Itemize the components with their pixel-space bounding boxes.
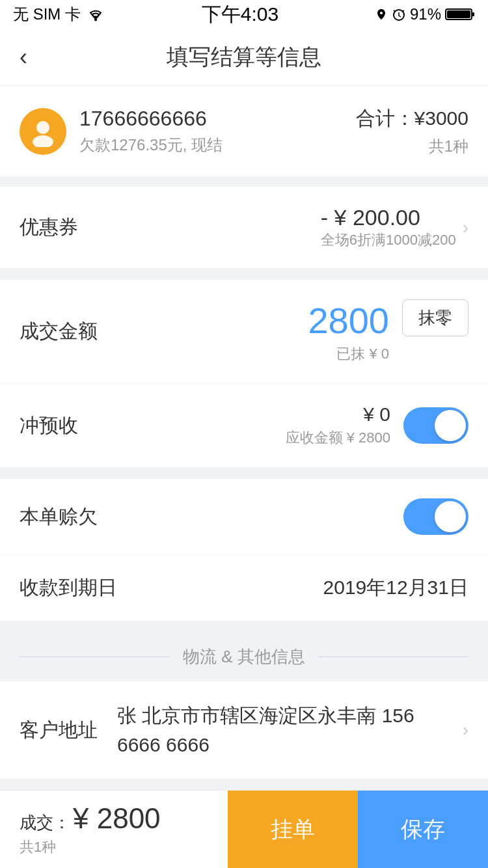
wifi-icon [86,7,105,21]
deal-amount-sub: 已抹 ¥ 0 [308,344,389,364]
due-date-label: 收款到期日 [20,575,117,601]
user-count: 共1种 [356,136,468,157]
debt-right [403,498,468,535]
coupon-amount: - ¥ 200.00 [321,205,456,230]
content-area: 17666666666 欠款1276.35元, 现结 合计：¥3000 共1种 … [0,86,488,868]
due-date-row: 收款到期日 2019年12月31日 [0,555,488,621]
hang-button[interactable]: 挂单 [228,791,358,869]
form-section-deal: 成交金额 2800 已抹 ¥ 0 抹零 冲预收 ¥ 0 应收金额 ¥ 2800 [0,280,488,467]
page-title: 填写结算等信息 [167,42,321,72]
location-icon [375,8,388,21]
alarm-icon [392,7,406,21]
status-left: 无 SIM 卡 [13,4,105,25]
logistics-text: 物流 & 其他信息 [183,645,305,668]
user-info: 17666666666 欠款1276.35元, 现结 [79,107,223,156]
logistics-divider: 物流 & 其他信息 [0,632,488,681]
divider-line-right [318,657,468,657]
section-divider-1 [0,269,488,280]
prepayment-label: 冲预收 [20,413,78,439]
form-section-debt: 本单赊欠 收款到期日 2019年12月31日 [0,479,488,621]
coupon-desc: 全场6折满1000减200 [321,230,456,250]
svg-rect-3 [472,12,474,16]
coupon-right: - ¥ 200.00 全场6折满1000减200 › [321,205,468,250]
bottom-amount: ¥ 2800 [73,802,161,835]
sim-status: 无 SIM 卡 [13,4,81,25]
battery-text: 91% [410,5,441,23]
user-debt: 欠款1276.35元, 现结 [79,135,223,156]
deal-amount-row: 成交金额 2800 已抹 ¥ 0 抹零 [0,280,488,384]
svg-point-0 [94,19,97,21]
debt-toggle[interactable] [403,498,468,535]
prepayment-amount: ¥ 0 [286,403,390,426]
nav-bar: ‹ 填写结算等信息 [0,29,488,86]
bottom-bar: 成交： ¥ 2800 共1种 挂单 保存 [0,790,488,868]
deal-amount-right: 2800 已抹 ¥ 0 抹零 [308,299,468,364]
prepayment-amount-block: ¥ 0 应收金额 ¥ 2800 [286,403,390,448]
prepayment-row: 冲预收 ¥ 0 应收金额 ¥ 2800 [0,384,488,467]
user-card: 17666666666 欠款1276.35元, 现结 合计：¥3000 共1种 [0,86,488,176]
deal-amount-label: 成交金额 [20,318,98,345]
save-button[interactable]: 保存 [358,791,488,869]
battery-icon [445,7,475,21]
user-total: 合计：¥3000 [356,105,468,132]
coupon-label: 优惠券 [20,214,78,241]
back-button[interactable]: ‹ [20,44,27,71]
svg-point-5 [36,121,49,134]
svg-point-6 [33,135,53,147]
coupon-arrow-icon: › [463,217,468,238]
debt-label: 本单赊欠 [20,504,98,530]
section-divider-3 [0,622,488,632]
address-value: 张 北京市市辖区海淀区永丰南 156 6666 6666 [117,701,456,759]
user-total-block: 合计：¥3000 共1种 [356,105,468,157]
prepayment-right: ¥ 0 应收金额 ¥ 2800 [286,403,468,448]
prepayment-sub: 应收金额 ¥ 2800 [286,428,390,448]
svg-rect-4 [447,10,470,18]
status-time: 下午4:03 [202,1,278,28]
user-left: 17666666666 欠款1276.35元, 现结 [20,107,223,156]
prepayment-toggle-track [403,407,468,444]
user-avatar [20,108,66,155]
section-divider-2 [0,468,488,479]
round-button[interactable]: 抹零 [402,299,468,336]
bottom-count: 共1种 [20,837,208,857]
status-right: 91% [375,5,475,23]
deal-amount-value: 2800 [308,299,389,342]
coupon-row[interactable]: 优惠券 - ¥ 200.00 全场6折满1000减200 › [0,187,488,268]
debt-toggle-thumb [435,501,466,532]
prepayment-toggle[interactable] [403,407,468,444]
prepayment-toggle-thumb [435,410,466,441]
debt-toggle-track [403,498,468,535]
divider-line-left [20,657,170,657]
debt-row: 本单赊欠 [0,479,488,555]
address-row[interactable]: 客户地址 张 北京市市辖区海淀区永丰南 156 6666 6666 › [0,681,488,779]
due-date-value: 2019年12月31日 [323,575,468,601]
bottom-summary: 成交： ¥ 2800 共1种 [0,802,228,857]
bottom-deal-row: 成交： ¥ 2800 [20,802,208,835]
address-label: 客户地址 [20,717,98,744]
bottom-deal-label: 成交： [20,811,70,834]
status-bar: 无 SIM 卡 下午4:03 91% [0,0,488,29]
user-phone: 17666666666 [79,107,223,131]
address-arrow-icon: › [463,720,468,740]
